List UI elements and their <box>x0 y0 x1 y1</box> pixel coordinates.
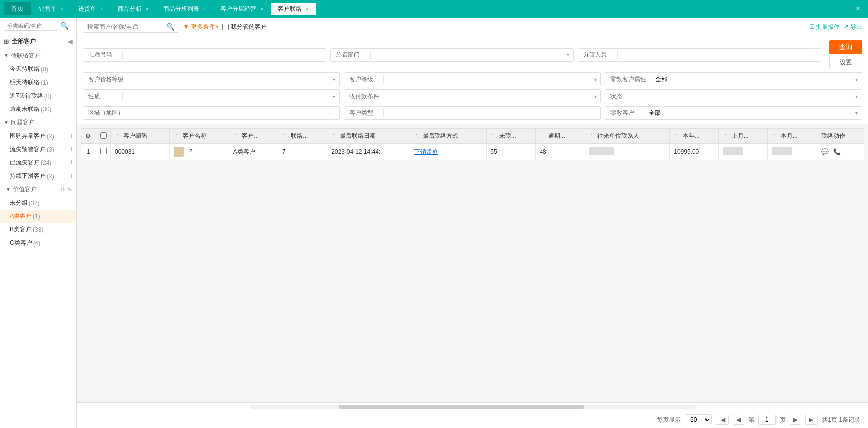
prev-page-button[interactable]: ◀ <box>733 415 744 425</box>
th-code[interactable]: ⋮ 客户编码 <box>111 129 170 144</box>
customer-type-input[interactable] <box>384 109 600 116</box>
sidebar-item-hoarding[interactable]: 囤购异常客户 (2) ℹ <box>0 129 76 143</box>
sidebar-collapse-button[interactable]: ◀ <box>68 38 72 45</box>
my-customers-checkbox[interactable] <box>222 24 229 30</box>
batch-operation-button[interactable]: ☑ 批量操作 <box>809 23 840 31</box>
sort-icon: ⋮ <box>174 133 179 139</box>
sidebar-item-type-a[interactable]: A类客户 (1) <box>0 210 76 223</box>
nav-goods-list[interactable]: 商品分析列表 × <box>157 3 213 15</box>
close-sales-tab[interactable]: × <box>60 6 63 12</box>
phone-action-icon[interactable]: 📞 <box>833 148 841 155</box>
sidebar-item-overdue[interactable]: 逾期未联络 (30) <box>0 103 76 116</box>
arrow-icon: ▼ <box>4 53 9 58</box>
th-this-month[interactable]: ⋮ 本月... <box>768 129 817 144</box>
manager-input[interactable] <box>618 52 810 58</box>
select-all-checkbox[interactable] <box>100 132 107 139</box>
search-box: 🔍 <box>83 21 179 33</box>
status-select[interactable]: ▾ <box>645 94 862 99</box>
nav-customer-layer[interactable]: 客户分层经营 × <box>214 3 270 15</box>
query-button[interactable]: 查询 <box>829 40 862 54</box>
th-this-year[interactable]: ⋮ 本年... <box>670 129 719 144</box>
th-contact-person[interactable]: ⋮ 往来单位联系人 <box>585 129 670 144</box>
settings-button[interactable]: 设置 <box>829 56 862 69</box>
th-level[interactable]: ⋮ 客户... <box>229 129 278 144</box>
dept-select[interactable]: ▾ <box>371 52 574 57</box>
sidebar-item-type-c[interactable]: C类客户 (6) <box>0 236 76 250</box>
filter-more-button[interactable]: ▼ 更多条件 ▾ <box>183 23 218 31</box>
chat-action-icon[interactable]: 💬 <box>821 148 829 155</box>
sidebar-item-today[interactable]: 今天待联络 (0) <box>0 62 76 76</box>
last-page-button[interactable]: ▶| <box>805 415 818 425</box>
close-customer-contact-tab[interactable]: × <box>306 6 309 12</box>
close-goods-analysis-tab[interactable]: × <box>146 6 149 12</box>
th-last-month[interactable]: ⋮ 上月... <box>719 129 768 144</box>
th-last-date[interactable]: ⋮ 最后联络日期 <box>327 129 410 144</box>
retail-attr-select[interactable]: 全部 ▾ <box>651 75 862 84</box>
sidebar-search-input[interactable] <box>4 21 58 31</box>
th-last-method[interactable]: ⋮ 最后联络方式 <box>410 129 487 144</box>
nature-select[interactable]: ▾ <box>123 94 339 99</box>
retail-customer-select[interactable]: 全部 ▾ <box>645 109 862 117</box>
more-dots-icon[interactable]: ··· <box>325 109 335 116</box>
arrow-icon: ▼ <box>6 187 11 192</box>
sidebar-item-churn[interactable]: 流失预警客户 (3) ℹ <box>0 143 76 156</box>
sidebar-group-problem-title[interactable]: ▼ 问题客户 <box>0 116 76 129</box>
th-contact-count[interactable]: ⋮ 联络... <box>278 129 327 144</box>
more-dots-icon[interactable]: ··· <box>810 52 821 58</box>
next-page-button[interactable]: ▶ <box>790 415 801 425</box>
sidebar-item-declining[interactable]: 持续下滑客户 (2) ℹ <box>0 169 76 183</box>
refresh-icon[interactable]: ↺ <box>60 186 65 193</box>
sidebar-item-tomorrow[interactable]: 明天待联络 (1) <box>0 76 76 89</box>
close-goods-list-tab[interactable]: × <box>203 6 206 12</box>
first-page-button[interactable]: |◀ <box>716 415 729 425</box>
sidebar-item-ungroup[interactable]: 未分组 (32) <box>0 196 76 210</box>
export-icon: ↗ <box>844 23 849 30</box>
region-select[interactable]: ··· <box>129 109 339 116</box>
scrollbar-track[interactable] <box>250 405 696 409</box>
th-checkbox[interactable] <box>96 129 111 144</box>
cell-code[interactable]: 000031 <box>111 144 170 160</box>
cell-last-method[interactable]: 下销货单 <box>410 144 487 160</box>
sidebar-item-lost[interactable]: 已流失客户 (24) ℹ <box>0 156 76 169</box>
sidebar-group-pending-title[interactable]: ▼ 待联络客户 <box>0 49 76 62</box>
per-page-select[interactable]: 50 20 100 <box>685 414 712 425</box>
payment-select[interactable]: ▾ <box>384 94 600 99</box>
sidebar-item-week7[interactable]: 近7天待联络 (0) <box>0 89 76 103</box>
nature-filter: 性质 ▾ <box>83 89 340 103</box>
sidebar-all-customers-header[interactable]: ⊞ 全部客户 ◀ <box>0 34 76 49</box>
info-icon: ℹ <box>70 133 72 139</box>
search-input[interactable] <box>87 23 166 30</box>
page-number-input[interactable] <box>758 415 776 425</box>
price-level-select[interactable]: ▾ <box>129 77 339 82</box>
customer-level-select[interactable]: ▾ <box>384 77 600 82</box>
last-month-placeholder <box>723 147 743 155</box>
chevron-down-icon: ▾ <box>333 77 335 82</box>
th-settings[interactable]: ⚙ <box>81 129 96 144</box>
my-customers-checkbox-label[interactable]: 我分管的客户 <box>222 23 267 31</box>
nav-purchase[interactable]: 进货单 × <box>71 3 110 15</box>
settings-icon[interactable]: ⚙ <box>85 133 91 140</box>
sidebar-group-value-title[interactable]: ▼ 价值客户 ↺ ✎ <box>0 183 76 196</box>
th-uncontacted[interactable]: ⋮ 未联... <box>487 129 536 144</box>
nav-home[interactable]: 首页 <box>4 2 31 15</box>
edit-icon[interactable]: ✎ <box>67 186 72 193</box>
phone-input[interactable] <box>123 52 326 58</box>
scrollbar-thumb[interactable] <box>339 405 584 409</box>
close-customer-layer-tab[interactable]: × <box>260 6 263 12</box>
row-checkbox[interactable] <box>100 148 107 154</box>
chevron-down-icon: ▾ <box>333 94 335 99</box>
nav-sales[interactable]: 销售单 × <box>32 3 70 15</box>
content-area: 🔍 ▼ 更多条件 ▾ 我分管的客户 ☑ 批量操作 ↗ 导出 <box>77 18 868 428</box>
nav-goods-analysis[interactable]: 商品分析 × <box>111 3 156 15</box>
filter-row-2: 客户价格等级 ▾ 客户等级 ▾ 零散客户属性 全部 <box>83 72 862 86</box>
sidebar-group-pending: ▼ 待联络客户 今天待联络 (0) 明天待联络 (1) 近7天待联络 (0) 逾… <box>0 49 76 116</box>
search-icon[interactable]: 🔍 <box>166 23 175 31</box>
sidebar-search-icon[interactable]: 🔍 <box>60 22 69 30</box>
close-purchase-tab[interactable]: × <box>100 6 103 12</box>
nav-customer-contact[interactable]: 客户联络 × <box>271 3 316 15</box>
export-button[interactable]: ↗ 导出 <box>844 23 862 31</box>
window-close-button[interactable]: × <box>852 4 864 13</box>
th-name[interactable]: ⋮ 客户名称 <box>170 129 229 144</box>
th-overdue[interactable]: ⋮ 逾期... <box>536 129 585 144</box>
sidebar-item-type-b[interactable]: B类客户 (33) <box>0 223 76 236</box>
